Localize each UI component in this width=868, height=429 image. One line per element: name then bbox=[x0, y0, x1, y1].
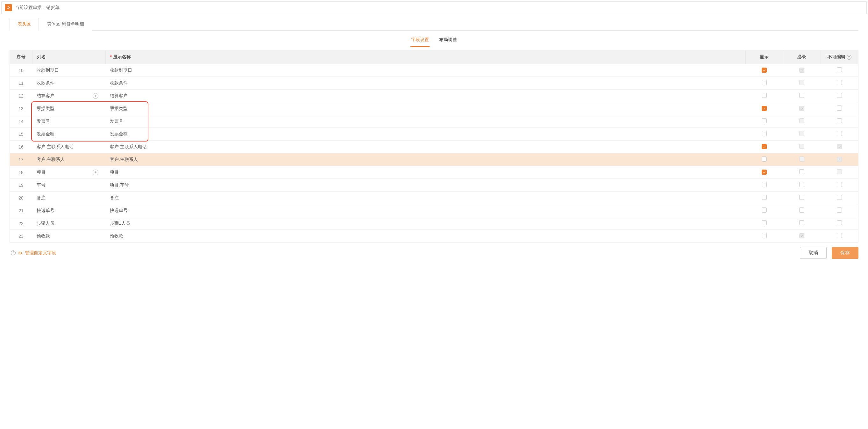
plus-icon[interactable]: + bbox=[93, 170, 98, 175]
row-colname: 备注 bbox=[32, 192, 105, 204]
expand-sidebar-button[interactable] bbox=[5, 4, 12, 11]
row-display-name[interactable]: 收款条件 bbox=[105, 77, 745, 90]
readonly-checkbox[interactable] bbox=[837, 118, 842, 123]
row-display-name[interactable]: 项目 bbox=[105, 166, 745, 179]
row-colname: 项目+ bbox=[32, 166, 105, 179]
required-checkbox[interactable] bbox=[799, 195, 804, 200]
required-checkbox bbox=[799, 131, 804, 136]
section-tabs: 表头区表体区-销货单明细 bbox=[9, 18, 859, 31]
show-checkbox[interactable] bbox=[762, 93, 767, 98]
row-num: 15 bbox=[10, 128, 32, 141]
row-display-name[interactable]: 快递单号 bbox=[105, 204, 745, 217]
help-icon[interactable]: ? bbox=[11, 251, 16, 255]
table-row: 11收款条件收款条件 bbox=[10, 77, 858, 90]
row-num: 13 bbox=[10, 102, 32, 115]
readonly-checkbox[interactable] bbox=[837, 131, 842, 136]
row-colname: 结算客户+ bbox=[32, 90, 105, 102]
breadcrumb: 当前设置单据：销货单 bbox=[1, 1, 867, 14]
sub-tab-字段设置[interactable]: 字段设置 bbox=[410, 35, 430, 47]
row-display-name[interactable]: 预收款 bbox=[105, 230, 745, 242]
row-num: 16 bbox=[10, 141, 32, 153]
table-row: 17客户.主联系人客户.主联系人 bbox=[10, 153, 858, 166]
row-colname: 客户.主联系人 bbox=[32, 153, 105, 166]
help-icon[interactable]: ? bbox=[847, 55, 851, 60]
required-checkbox[interactable] bbox=[799, 220, 804, 225]
readonly-checkbox[interactable] bbox=[837, 67, 842, 73]
show-checkbox[interactable] bbox=[762, 118, 767, 123]
readonly-checkbox[interactable] bbox=[837, 195, 842, 200]
row-num: 10 bbox=[10, 64, 32, 77]
table-row: 10收款到期日收款到期日 bbox=[10, 64, 858, 77]
readonly-checkbox[interactable] bbox=[837, 220, 842, 225]
col-header-required: 必录 bbox=[783, 50, 820, 64]
show-checkbox[interactable] bbox=[762, 80, 767, 85]
col-header-show: 显示 bbox=[745, 50, 783, 64]
gear-icon: ⚙ bbox=[18, 251, 22, 256]
save-button[interactable]: 保存 bbox=[832, 247, 859, 259]
required-checkbox[interactable] bbox=[799, 93, 804, 98]
fields-table: 序号 列名 *显示名称 显示 必录 不可编辑? 10收款到期日收款到期日11收款… bbox=[9, 50, 859, 242]
required-checkbox bbox=[799, 67, 804, 73]
row-num: 22 bbox=[10, 217, 32, 230]
row-display-name[interactable]: 收款到期日 bbox=[105, 64, 745, 77]
show-checkbox[interactable] bbox=[762, 195, 767, 200]
col-header-lock: 不可编辑? bbox=[820, 50, 858, 64]
table-row: 18项目+项目 bbox=[10, 166, 858, 179]
table-row: 12结算客户+结算客户 bbox=[10, 90, 858, 102]
row-display-name[interactable]: 备注 bbox=[105, 192, 745, 204]
readonly-checkbox[interactable] bbox=[837, 182, 842, 187]
chevron-right-double-icon bbox=[6, 5, 10, 10]
breadcrumb-label: 当前设置单据：销货单 bbox=[15, 5, 60, 10]
show-checkbox[interactable] bbox=[762, 170, 767, 175]
row-display-name[interactable]: 步骤1人员 bbox=[105, 217, 745, 230]
required-checkbox bbox=[799, 233, 804, 238]
row-colname: 收款到期日 bbox=[32, 64, 105, 77]
row-colname: 发票号 bbox=[32, 115, 105, 128]
readonly-checkbox[interactable] bbox=[837, 106, 842, 111]
table-row: 14发票号发票号 bbox=[10, 115, 858, 128]
row-display-name[interactable]: 客户.主联系人电话 bbox=[105, 141, 745, 153]
readonly-checkbox bbox=[837, 157, 842, 162]
row-display-name[interactable]: 发票号 bbox=[105, 115, 745, 128]
table-row: 16客户.主联系人电话客户.主联系人电话 bbox=[10, 141, 858, 153]
show-checkbox[interactable] bbox=[762, 156, 767, 162]
row-num: 21 bbox=[10, 204, 32, 217]
readonly-checkbox[interactable] bbox=[837, 80, 842, 85]
show-checkbox[interactable] bbox=[762, 67, 767, 73]
show-checkbox[interactable] bbox=[762, 220, 767, 225]
readonly-checkbox[interactable] bbox=[837, 233, 842, 238]
table-row: 19车号项目.车号 bbox=[10, 179, 858, 192]
row-display-name[interactable]: 发票金额 bbox=[105, 128, 745, 141]
show-checkbox[interactable] bbox=[762, 131, 767, 136]
readonly-checkbox[interactable] bbox=[837, 207, 842, 212]
row-num: 12 bbox=[10, 90, 32, 102]
required-checkbox[interactable] bbox=[799, 182, 804, 187]
plus-icon[interactable]: + bbox=[93, 93, 98, 99]
row-colname: 快递单号 bbox=[32, 204, 105, 217]
row-display-name[interactable]: 项目.车号 bbox=[105, 179, 745, 192]
row-colname: 预收款 bbox=[32, 230, 105, 242]
row-num: 20 bbox=[10, 192, 32, 204]
cancel-button[interactable]: 取消 bbox=[800, 247, 827, 259]
sub-tab-布局调整[interactable]: 布局调整 bbox=[438, 35, 458, 47]
tab-表头区[interactable]: 表头区 bbox=[9, 18, 39, 31]
show-checkbox[interactable] bbox=[762, 182, 767, 187]
show-checkbox[interactable] bbox=[762, 144, 767, 149]
readonly-checkbox[interactable] bbox=[837, 93, 842, 98]
show-checkbox[interactable] bbox=[762, 106, 767, 111]
required-checkbox bbox=[799, 80, 804, 85]
table-row: 23预收款预收款 bbox=[10, 230, 858, 242]
row-display-name[interactable]: 结算客户 bbox=[105, 90, 745, 102]
manage-custom-fields-link[interactable]: 管理自定义字段 bbox=[25, 250, 56, 256]
col-header-display: *显示名称 bbox=[105, 50, 745, 64]
row-num: 23 bbox=[10, 230, 32, 242]
required-checkbox bbox=[799, 118, 804, 123]
tab-表体区-销货单明细[interactable]: 表体区-销货单明细 bbox=[39, 18, 92, 31]
required-checkbox[interactable] bbox=[799, 169, 804, 174]
show-checkbox[interactable] bbox=[762, 233, 767, 238]
required-checkbox bbox=[799, 106, 804, 111]
row-display-name[interactable]: 票据类型 bbox=[105, 102, 745, 115]
row-display-name[interactable]: 客户.主联系人 bbox=[105, 153, 745, 166]
show-checkbox[interactable] bbox=[762, 207, 767, 212]
required-checkbox[interactable] bbox=[799, 207, 804, 212]
